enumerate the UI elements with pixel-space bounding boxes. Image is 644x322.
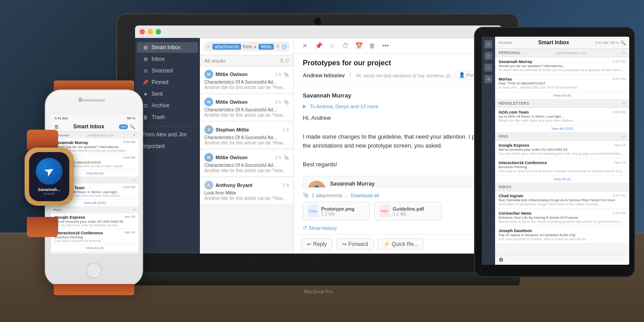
avatar-3: S — [204, 125, 213, 134]
ipad-newsletters-expand-icon[interactable]: ✕ — [623, 102, 626, 106]
reply-button[interactable]: ↩ Reply — [301, 238, 333, 250]
clear-search-button[interactable]: ✕ — [275, 43, 280, 50]
sender-avatar: 👤 — [308, 181, 326, 187]
ipad-time: 9:41 AM — [595, 41, 608, 45]
download-all-link[interactable]: Download all — [351, 193, 379, 198]
sidebar-item-archive[interactable]: ⊡ Archive — [137, 100, 198, 111]
preview-4: Another title for this article can be "H… — [204, 168, 289, 173]
sidebar-item-sent[interactable]: ➤ Sent — [137, 89, 198, 99]
close-button[interactable] — [140, 29, 145, 34]
sidebar-item-inbox[interactable]: ⊞ Inbox — [137, 54, 198, 64]
ipad-status-right: 9:41 AM 58 % 🔍 — [595, 40, 626, 45]
ipad-email-item-chad[interactable]: Chad Ingram 3:07 PM Non Steroidal Anti I… — [495, 191, 629, 209]
result-item-5[interactable]: A Anthony Bryant 1 h Look from Mittie An… — [200, 178, 293, 204]
iphone-home-button[interactable] — [86, 263, 102, 279]
iphone-email-item-interaction16[interactable]: Interaction16 Conference Nov 19 Brochure… — [51, 229, 139, 245]
ipad-email-item-joseph[interactable]: Joseph Davidson Trip To Iqaluit In Nunav… — [495, 226, 629, 244]
ipad-sidebar-icon-clock[interactable]: ⏱ — [484, 52, 492, 60]
iphone-search-icon[interactable]: 🔍 — [130, 124, 135, 129]
ipad-email-item-morisa[interactable]: Morisa 3:06 PM Fwd: THIS IS MAGNIFICENT … — [495, 75, 629, 92]
quick-reply-button[interactable]: ⚡ Quick Re... — [377, 238, 424, 250]
ipad-email-item-savannah[interactable]: Savannah Murray 3:26 PM Would you be our… — [495, 57, 629, 75]
preview-2: Another title for this article can be "H… — [204, 113, 289, 118]
ipad-preview-google: You can track your order by following th… — [499, 152, 626, 156]
sidebar-item-smart-inbox[interactable]: ⊟ Smart Inbox — [137, 42, 198, 53]
result-item-1[interactable]: M Mittie Owlson 1 h 📎 Characteristics Of… — [200, 67, 293, 93]
search-go-icon[interactable]: ⊙ — [282, 43, 287, 50]
more-button[interactable]: ••• — [381, 42, 390, 50]
search-bar: ☆ attachments from ∨ Mittie ✕ ⊙ — [200, 38, 293, 55]
email-meta-left: Andrew Ieliseiev | Hi, send me last vers… — [303, 71, 454, 79]
back-button[interactable]: ✕ — [301, 42, 309, 50]
watch-app-icon[interactable]: ➤ — [36, 158, 63, 185]
ipad-sidebar-icon-home[interactable]: ⊟ — [484, 40, 492, 48]
forward-button[interactable]: ↪ Forward — [336, 238, 374, 250]
app-window: ⊟ Smart Inbox ⊞ Inbox ⊙ Snoozed 📌 — [135, 25, 502, 254]
attachment-png-info: Prototype.png 1.2 Mb — [321, 206, 355, 216]
result-item-3[interactable]: S Stephan Mittie 1 h Characteristics Of … — [200, 122, 293, 149]
sidebar-item-trash[interactable]: 🗑 Trash — [137, 112, 198, 123]
sidebar-item-important[interactable]: Important — [137, 141, 198, 152]
clock-button[interactable]: ⏱ — [341, 42, 349, 50]
iphone-personal-expand[interactable]: ✕ — [133, 133, 136, 137]
ipad-view-all-personal[interactable]: View All (4) — [495, 92, 629, 99]
sidebar-item-snoozed[interactable]: ⊙ Snoozed — [137, 65, 198, 76]
ipad-pins-expand-icon[interactable]: ✕ — [623, 135, 626, 139]
png-icon: PNG — [308, 205, 318, 217]
iphone-newsletters-expand[interactable]: ✕ — [133, 178, 136, 182]
from-name: Andrew Ieliseiev — [303, 72, 345, 79]
trash-button[interactable]: 🗑 — [368, 42, 376, 50]
iphone-hamburger-icon[interactable]: ☰ — [55, 124, 59, 129]
ipad-section-expand-icon[interactable]: ✕ — [623, 51, 626, 55]
circle-button[interactable]: ○ — [328, 42, 336, 50]
ipad-search-icon[interactable]: 🔍 — [620, 40, 626, 45]
fullscreen-button[interactable] — [156, 29, 161, 34]
ipad-email-item-google[interactable]: Google Express Nov 19 We've received you… — [495, 141, 629, 158]
ipad-sidebar-icon-settings[interactable]: ⚙ — [484, 75, 492, 83]
attachment-pdf[interactable]: PDF Guideline.pdf 3.2 Mb — [374, 202, 441, 220]
sidebar-item-pinned[interactable]: 📌 Pinned — [137, 77, 198, 88]
ipad-sidebar: ⊟ ⏱ ☆ ⚙ — [482, 37, 495, 265]
minimize-button[interactable] — [148, 29, 153, 34]
ipad-time-google: Nov 19 — [614, 143, 626, 148]
chip-mittie[interactable]: Mittie — [258, 44, 274, 50]
sidebar-item-label: Archive — [152, 102, 169, 109]
attachment-files: PNG Prototype.png 1.2 Mb PDF Gu — [303, 202, 493, 220]
ipad-title: Smart Inbox — [538, 39, 569, 46]
iphone-view-all-pins[interactable]: View All (4) — [51, 245, 139, 252]
ipad-email-item-corinecher[interactable]: Corinecher News 3:16 PM Enhance Your Lif… — [495, 209, 629, 226]
results-count: 5 — [280, 58, 283, 64]
ipad-view-all-pins[interactable]: View All (4) — [495, 176, 629, 182]
attachment-icon-1: 📎 — [284, 72, 289, 77]
ipad-settings-icon[interactable]: ⚙ — [499, 257, 504, 263]
attachment-png[interactable]: PNG Prototype.png 1.2 Mb — [303, 202, 370, 220]
pin-button[interactable]: 📌 — [314, 42, 322, 50]
result-item-2[interactable]: M Mittie Owlson 1 h 📎 Characteristics Of… — [200, 94, 293, 121]
show-history-link[interactable]: ↺ Show history — [294, 225, 502, 234]
search-chips[interactable]: ☆ attachments from ∨ Mittie ✕ ⊙ — [203, 42, 290, 51]
iphone-toggle-icon[interactable]: ON — [119, 124, 128, 129]
ipad-time-morisa: 3:06 PM — [612, 77, 626, 81]
ipad-preview-gog: Reach for the main stars and grab them b… — [499, 119, 626, 123]
ipad-subject-google: We've received your order #G-345-0482-54 — [499, 148, 626, 152]
iphone-pins-expand[interactable]: ✕ — [133, 208, 136, 212]
chip-attachments[interactable]: attachments — [212, 44, 241, 50]
iphone-band-bottom — [54, 284, 134, 295]
ipad-subject-corinecher: Enhance Your Life By Having A Sense Of P… — [499, 216, 626, 220]
sidebar-item-label: Snoozed — [152, 68, 173, 74]
sidebar-item-from-alex[interactable]: From Alex and Jim — [137, 129, 198, 140]
ipad-subject-interaction: Brochure Pitching — [499, 165, 626, 169]
ipad-sidebar-icon-star[interactable]: ☆ — [484, 64, 492, 72]
quick-reply-label: Quick Re... — [392, 241, 418, 247]
iphone-time-savannah: 3:26 PM — [123, 140, 135, 145]
ipad-email-list: Personal john@dawson.com ✕ Savannah Murr… — [495, 49, 629, 254]
calendar-button[interactable]: 📅 — [355, 42, 363, 50]
iphone-nav-bar: ☰ Smart Inbox ON 🔍 — [51, 122, 139, 132]
result-item-4[interactable]: M Mittie Owlson 1 h 📎 Characteristics Of… — [200, 150, 293, 177]
ipad-view-all-newsletters[interactable]: View All (226) — [495, 125, 629, 132]
ipad-email-item-gog[interactable]: GOG.com Team 3:08 PM Up to 80% off Risen… — [495, 108, 629, 125]
avatar-5: A — [204, 181, 213, 190]
ipad-email-item-interaction[interactable]: Interaction16 Conference Nov 19 Brochure… — [495, 158, 629, 176]
expand-icon[interactable]: ⊡ — [285, 58, 289, 64]
ipad-sender-savannah: Savannah Murray — [499, 59, 532, 64]
